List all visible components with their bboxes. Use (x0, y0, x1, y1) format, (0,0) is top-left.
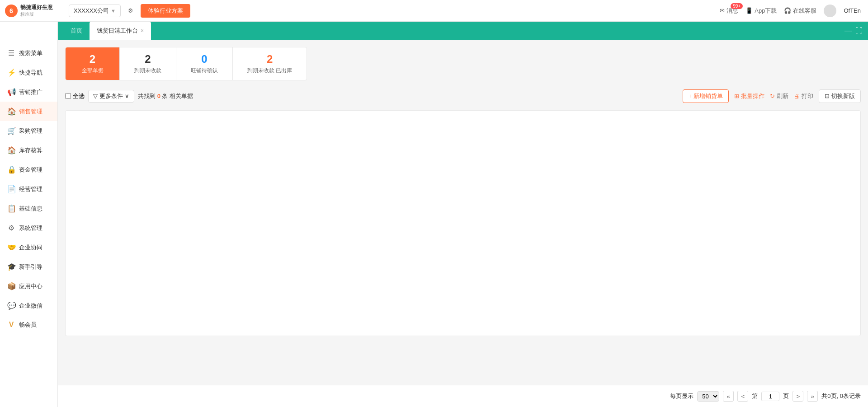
per-page-select[interactable]: 50 (697, 391, 719, 402)
trial-button[interactable]: 体验行业方案 (141, 4, 190, 18)
app-download-button[interactable]: 📱 App下载 (745, 7, 777, 15)
first-page-button[interactable]: « (723, 391, 734, 402)
sidebar: ☰ 搜索菜单 ⚡ 快捷导航 📢 营销推广 🏠 销售管理 🛒 采购管理 🏠 库存核… (0, 0, 58, 407)
stats-row: 2 全部单据 2 到期未收款 0 旺铺待确认 2 到期未收款 已出库 (65, 47, 307, 80)
found-count: 0 (157, 93, 160, 99)
maximize-button[interactable]: ⛶ (855, 27, 863, 35)
stat-card-all[interactable]: 2 全部单据 (66, 47, 120, 80)
sidebar-item-quick-nav[interactable]: ⚡ 快捷导航 (0, 63, 57, 82)
chevron-down-icon: ▼ (111, 8, 116, 14)
stat-card-overdue[interactable]: 2 到期未收款 (120, 47, 176, 80)
username: OfTEn (844, 7, 861, 14)
messages-button[interactable]: ✉ 消息 99+ (720, 7, 738, 15)
next-page-button[interactable]: > (793, 391, 803, 402)
tab-close-icon[interactable]: × (141, 28, 144, 34)
avatar[interactable] (824, 5, 836, 17)
batch-operations-button[interactable]: ⊞ 批量操作 (734, 92, 764, 100)
sidebar-label-search-menu: 搜索菜单 (19, 49, 42, 57)
page-prefix: 第 (752, 392, 758, 400)
stat-card-shipped[interactable]: 2 到期未收款 已出库 (233, 47, 307, 80)
tab-bar-right: — ⛶ (844, 27, 863, 35)
headset-icon: 🎧 (784, 7, 791, 14)
stat-num-wangpu: 0 (201, 53, 207, 66)
sidebar-item-app-center[interactable]: 📦 应用中心 (0, 276, 57, 296)
sidebar-label-inventory: 库存核算 (19, 146, 42, 154)
page-suffix: 页 (783, 392, 789, 400)
logo-icon: 6 (5, 5, 18, 17)
tab-bar: 首页 钱货日清工作台 × — ⛶ (58, 22, 868, 40)
gear-icon: ⚙ (128, 7, 133, 14)
new-sales-order-button[interactable]: + 新增销货单 (683, 89, 729, 103)
stat-num-overdue: 2 (145, 53, 151, 66)
logo-subtitle: 标准版 (20, 11, 53, 18)
sidebar-item-sales[interactable]: 🏠 销售管理 (0, 102, 57, 121)
refresh-button[interactable]: ↻ 刷新 (770, 92, 788, 100)
operations-icon: 📄 (7, 185, 15, 193)
online-service-label: 在线客服 (793, 7, 816, 15)
sidebar-item-operations[interactable]: 📄 经营管理 (0, 179, 57, 199)
toolbar: 全选 ▽ 更多条件 ∨ 共找到 0 条 相关单据 + 新增销货单 ⊞ 批量操作 … (65, 86, 861, 107)
sidebar-header-space (0, 22, 57, 43)
sidebar-item-basic-info[interactable]: 📋 基础信息 (0, 199, 57, 218)
tab-home-label: 首页 (71, 27, 82, 35)
logo-text-group: 畅捷通好生意 标准版 (20, 4, 53, 18)
switch-version-button[interactable]: ⊡ 切换新版 (819, 89, 861, 103)
tab-daily-work[interactable]: 钱货日清工作台 × (90, 22, 151, 40)
message-icon: ✉ (720, 7, 725, 14)
header-left: 6 畅捷通好生意 标准版 XXXXXX公司 ▼ ⚙ 体验行业方案 (7, 4, 190, 18)
vip-icon: V (7, 321, 15, 329)
found-suffix: 相关单据 (170, 93, 193, 99)
tab-home[interactable]: 首页 (63, 22, 90, 40)
more-filters-button[interactable]: ▽ 更多条件 ∨ (88, 90, 134, 103)
quick-nav-icon: ⚡ (7, 68, 15, 77)
stat-card-wangpu[interactable]: 0 旺铺待确认 (176, 47, 233, 80)
sidebar-item-system[interactable]: ⚙ 系统管理 (0, 218, 57, 238)
app-center-icon: 📦 (7, 282, 15, 290)
guide-icon: 🎓 (7, 262, 15, 271)
filter-icon: ▽ (93, 93, 98, 99)
last-page-button[interactable]: » (807, 391, 818, 402)
logo-title: 畅捷通好生意 (20, 4, 53, 11)
table-area (65, 110, 861, 336)
total-records-info: 共0页, 0条记录 (821, 392, 861, 400)
sidebar-item-inventory[interactable]: 🏠 库存核算 (0, 140, 57, 160)
company-name: XXXXXX公司 (74, 7, 109, 15)
select-all-input[interactable] (65, 93, 71, 99)
prev-page-button[interactable]: < (737, 391, 748, 402)
minimize-button[interactable]: — (844, 27, 852, 35)
inventory-icon: 🏠 (7, 146, 15, 154)
sidebar-label-finance: 资金管理 (19, 166, 42, 174)
settings-icon-btn[interactable]: ⚙ (124, 5, 137, 17)
sidebar-item-enterprise[interactable]: 🤝 企业协同 (0, 238, 57, 257)
select-all-label: 全选 (73, 92, 85, 100)
sidebar-item-search-menu[interactable]: ☰ 搜索菜单 (0, 43, 57, 63)
batch-icon: ⊞ (734, 93, 739, 99)
sidebar-item-vip[interactable]: V 畅会员 (0, 315, 57, 334)
stat-num-shipped: 2 (267, 53, 273, 66)
select-all-checkbox[interactable]: 全选 (65, 92, 85, 100)
chevron-down-icon-filter: ∨ (125, 93, 129, 99)
sidebar-item-marketing[interactable]: 📢 营销推广 (0, 82, 57, 102)
toolbar-right: + 新增销货单 ⊞ 批量操作 ↻ 刷新 🖨 打印 ⊡ 切换新版 (683, 89, 861, 103)
sidebar-label-guide: 新手引导 (19, 263, 42, 271)
search-menu-icon: ☰ (7, 49, 15, 57)
batch-label: 批量操作 (741, 92, 764, 100)
company-selector[interactable]: XXXXXX公司 ▼ (69, 5, 121, 17)
online-service-button[interactable]: 🎧 在线客服 (784, 7, 816, 15)
basic-info-icon: 📋 (7, 204, 15, 213)
sales-icon: 🏠 (7, 107, 15, 116)
print-label: 打印 (802, 92, 813, 100)
main-content: 2 全部单据 2 到期未收款 0 旺铺待确认 2 到期未收款 已出库 全选 ▽ … (58, 40, 868, 407)
sidebar-item-finance[interactable]: 🔒 资金管理 (0, 160, 57, 179)
page-number-input[interactable] (761, 392, 779, 401)
print-button[interactable]: 🖨 打印 (794, 92, 813, 100)
found-unit: 条 (162, 93, 168, 99)
sidebar-item-guide[interactable]: 🎓 新手引导 (0, 257, 57, 276)
enterprise-icon: 🤝 (7, 243, 15, 252)
sidebar-label-system: 系统管理 (19, 224, 42, 232)
stat-label-overdue: 到期未收款 (134, 67, 161, 75)
switch-icon: ⊡ (825, 93, 830, 99)
sidebar-item-purchase[interactable]: 🛒 采购管理 (0, 121, 57, 140)
found-text: 共找到 0 条 相关单据 (138, 92, 193, 100)
sidebar-item-wechat[interactable]: 💬 企业微信 (0, 296, 57, 315)
